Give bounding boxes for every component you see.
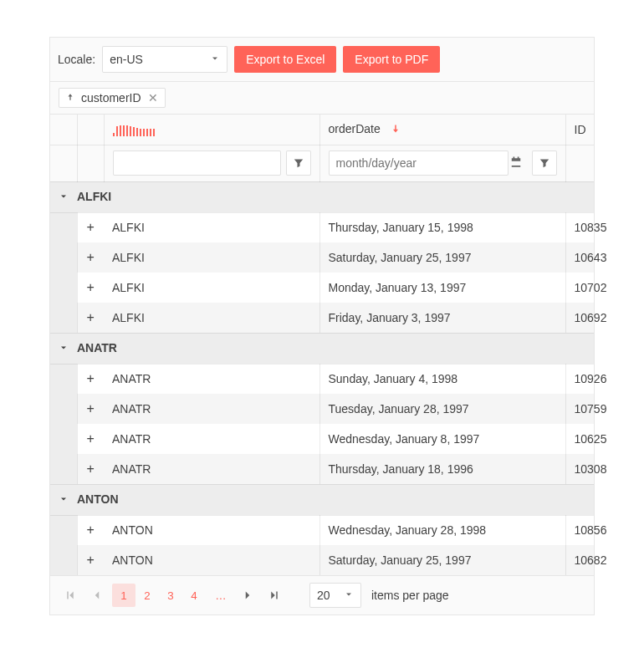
expand-detail-cell[interactable]: + bbox=[77, 303, 104, 333]
cell-orderdate: Wednesday, January 28, 1998 bbox=[319, 515, 565, 545]
table-row: +ANTONSaturday, January 25, 199710682 bbox=[50, 545, 594, 575]
chevron-down-icon bbox=[59, 191, 69, 204]
plus-icon: + bbox=[86, 523, 96, 538]
group-row[interactable]: ANATR bbox=[50, 333, 594, 364]
pager-next-button[interactable] bbox=[236, 584, 259, 607]
plus-icon: + bbox=[86, 280, 96, 295]
plus-icon: + bbox=[86, 553, 96, 568]
expand-detail-cell[interactable]: + bbox=[77, 545, 104, 575]
pager-ellipsis[interactable]: … bbox=[209, 584, 233, 607]
column-header-expand bbox=[50, 115, 77, 145]
expand-detail-cell[interactable]: + bbox=[77, 242, 104, 273]
table-row: +ALFKISaturday, January 25, 199710643 bbox=[50, 242, 594, 273]
expand-detail-cell[interactable]: + bbox=[77, 273, 104, 303]
pager-page-3[interactable]: 3 bbox=[159, 584, 182, 607]
cell-customer: ALFKI bbox=[104, 273, 319, 303]
sparkline-icon bbox=[113, 123, 156, 136]
table-row: +ANATRThursday, January 18, 199610308 bbox=[50, 454, 594, 484]
data-grid: orderDate ID bbox=[50, 115, 594, 575]
pager-prev-button[interactable] bbox=[85, 584, 109, 607]
toolbar: Locale: en-US Export to Excel Export to … bbox=[50, 38, 594, 81]
close-icon[interactable]: ✕ bbox=[148, 92, 158, 104]
calendar-icon[interactable] bbox=[510, 156, 522, 171]
cell-orderdate: Friday, January 3, 1997 bbox=[319, 303, 565, 333]
cell-customer: ALFKI bbox=[104, 303, 319, 333]
table-row: +ALFKIMonday, January 13, 199710702 bbox=[50, 273, 594, 303]
filter-button-customer[interactable] bbox=[286, 150, 311, 176]
cell-orderdate: Tuesday, January 28, 1997 bbox=[319, 394, 565, 424]
filter-input-customer[interactable] bbox=[113, 150, 281, 176]
plus-icon: + bbox=[86, 401, 96, 416]
cell-customer: ANTON bbox=[104, 545, 319, 575]
column-header-orderdate-label: orderDate bbox=[329, 122, 381, 135]
expand-detail-cell[interactable]: + bbox=[77, 454, 104, 484]
caret-down-icon bbox=[344, 589, 354, 602]
expand-detail-cell[interactable]: + bbox=[77, 394, 104, 424]
plus-icon: + bbox=[86, 220, 96, 235]
group-row[interactable]: ANTON bbox=[50, 484, 594, 515]
pager-page-4[interactable]: 4 bbox=[182, 584, 206, 607]
plus-icon: + bbox=[86, 461, 96, 477]
cell-id: 10308 bbox=[565, 454, 594, 484]
plus-icon: + bbox=[86, 250, 96, 265]
cell-id: 10692 bbox=[565, 303, 594, 333]
cell-orderdate: Wednesday, January 8, 1997 bbox=[319, 424, 565, 454]
group-header: customerID ✕ bbox=[50, 81, 594, 115]
table-row: +ALFKIThursday, January 15, 199810835 bbox=[50, 212, 594, 242]
cell-id: 10643 bbox=[565, 242, 594, 273]
table-row: +ANTONWednesday, January 28, 199810856 bbox=[50, 515, 594, 545]
filter-button-orderdate[interactable] bbox=[532, 150, 557, 176]
cell-id: 10625 bbox=[565, 424, 594, 454]
locale-select[interactable]: en-US bbox=[102, 46, 227, 73]
grid-panel: Locale: en-US Export to Excel Export to … bbox=[49, 37, 595, 615]
column-header-id[interactable]: ID bbox=[565, 115, 594, 145]
pager-page-1[interactable]: 1 bbox=[112, 584, 135, 607]
cell-orderdate: Thursday, January 15, 1998 bbox=[319, 212, 565, 242]
expand-detail-cell[interactable]: + bbox=[77, 424, 104, 454]
cell-id: 10856 bbox=[565, 515, 594, 545]
filter-input-orderdate[interactable] bbox=[329, 150, 509, 176]
plus-icon: + bbox=[86, 371, 96, 386]
pager-last-button[interactable] bbox=[263, 584, 286, 607]
column-header-orderdate[interactable]: orderDate bbox=[319, 115, 565, 145]
table-row: +ANATRWednesday, January 8, 199710625 bbox=[50, 424, 594, 454]
column-header-detail bbox=[77, 115, 104, 145]
pager: 1234 … 20 items per page bbox=[50, 575, 594, 614]
group-row[interactable]: ALFKI bbox=[50, 181, 594, 212]
cell-id: 10926 bbox=[565, 364, 594, 394]
table-row: +ANATRSunday, January 4, 199810926 bbox=[50, 364, 594, 394]
group-chip-customerid[interactable]: customerID ✕ bbox=[59, 88, 166, 108]
pager-page-2[interactable]: 2 bbox=[135, 584, 159, 607]
cell-id: 10702 bbox=[565, 273, 594, 303]
expand-detail-cell[interactable]: + bbox=[77, 515, 104, 545]
chevron-down-icon bbox=[59, 493, 69, 507]
page-size-select[interactable]: 20 bbox=[309, 583, 361, 608]
cell-id: 10835 bbox=[565, 212, 594, 242]
cell-orderdate: Monday, January 13, 1997 bbox=[319, 273, 565, 303]
locale-label: Locale: bbox=[58, 53, 95, 66]
cell-customer: ANTON bbox=[104, 515, 319, 545]
cell-id: 10682 bbox=[565, 545, 594, 575]
cell-customer: ANATR bbox=[104, 454, 319, 484]
cell-orderdate: Thursday, January 18, 1996 bbox=[319, 454, 565, 484]
caret-down-icon bbox=[210, 53, 220, 66]
cell-id: 10759 bbox=[565, 394, 594, 424]
table-row: +ANATRTuesday, January 28, 199710759 bbox=[50, 394, 594, 424]
expand-detail-cell[interactable]: + bbox=[77, 364, 104, 394]
pager-first-button[interactable] bbox=[59, 584, 82, 607]
cell-customer: ANATR bbox=[104, 364, 319, 394]
plus-icon: + bbox=[86, 310, 96, 325]
export-pdf-button[interactable]: Export to PDF bbox=[343, 46, 440, 73]
column-header-row: orderDate ID bbox=[50, 115, 594, 145]
cell-customer: ALFKI bbox=[104, 242, 319, 273]
plus-icon: + bbox=[86, 431, 96, 446]
cell-customer: ANATR bbox=[104, 424, 319, 454]
export-excel-button[interactable]: Export to Excel bbox=[234, 46, 336, 73]
table-row: +ALFKIFriday, January 3, 199710692 bbox=[50, 303, 594, 333]
expand-detail-cell[interactable]: + bbox=[77, 212, 104, 242]
column-header-customer[interactable] bbox=[104, 115, 319, 145]
group-chip-label: customerID bbox=[81, 91, 141, 105]
cell-orderdate: Saturday, January 25, 1997 bbox=[319, 545, 565, 575]
chevron-down-icon bbox=[59, 342, 69, 355]
page-size-label: items per page bbox=[371, 589, 449, 602]
